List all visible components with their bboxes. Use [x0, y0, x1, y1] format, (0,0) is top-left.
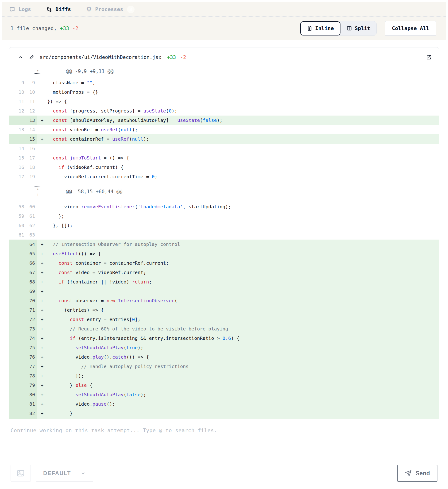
line-number-gutter: 6062 [9, 221, 37, 230]
code-token: 0 [152, 174, 155, 179]
diff-line: 65+ useEffect(() => { [9, 249, 439, 258]
diff-marker: + [37, 343, 47, 352]
code-line: // Intersection Observer for autoplay co… [47, 240, 439, 249]
code-token: IntersectionObserver [118, 298, 175, 303]
code-line: useEffect(() => { [47, 249, 439, 258]
code-token: videoRef.current.currentTime = [47, 174, 152, 179]
new-line-number: 82 [24, 409, 35, 418]
old-line-number [9, 268, 24, 277]
diff-line: 1416 [9, 144, 439, 153]
code-line: const entry = entries[0]; [47, 315, 439, 324]
code-token [47, 117, 53, 123]
code-line: const containerRef = useRef(null); [47, 134, 439, 144]
line-number-gutter: 75 [9, 343, 37, 352]
model-selector-label: DEFAULT [43, 470, 71, 477]
diff-line: 1618 if (videoRef.current) { [9, 163, 439, 172]
collapse-file-button[interactable] [18, 55, 23, 60]
code-line: const [shouldAutoPlay, setShouldAutoPlay… [47, 115, 439, 125]
code-token: (entry.isIntersecting && entry.intersect… [75, 335, 222, 341]
diff-line: 13+ const [shouldAutoPlay, setShouldAuto… [9, 115, 439, 125]
expand-up-button[interactable]: ↑ [34, 69, 41, 74]
new-line-number: 72 [24, 315, 35, 324]
code-token: const [58, 260, 72, 266]
diff-marker: + [37, 324, 47, 334]
new-line-number: 18 [24, 163, 35, 172]
new-line-number: 80 [24, 390, 35, 399]
tab-processes[interactable]: ⚙ Processes 3 [86, 6, 134, 13]
image-icon [16, 469, 25, 478]
code-line: } [47, 409, 439, 418]
line-number-gutter: 6163 [9, 230, 37, 240]
line-number-gutter: 81 [9, 399, 37, 409]
code-line: const video = videoRef.current; [47, 268, 439, 277]
code-token [47, 108, 53, 114]
diff-line: 5860 video.removeEventListener('loadedme… [9, 202, 439, 211]
expand-down-button[interactable]: ↓ [34, 186, 41, 191]
code-token: video = videoRef.current; [72, 270, 146, 275]
new-line-number: 69 [24, 286, 35, 296]
diff-line: 80+ setShouldAutoPlay(false); [9, 390, 439, 399]
diff-line: 69+ [9, 286, 439, 296]
code-token: pause [93, 401, 107, 407]
old-line-number: 16 [9, 163, 24, 172]
code-token: const [53, 108, 67, 114]
new-line-number: 68 [24, 277, 35, 286]
tab-logs[interactable]: Logs [9, 6, 31, 12]
old-line-number: 58 [9, 202, 24, 211]
open-external-button[interactable] [426, 55, 432, 60]
diff-line: 1111}) => { [9, 97, 439, 106]
code-token [47, 164, 58, 170]
old-line-number [9, 409, 24, 418]
line-number-gutter: 15 [9, 134, 37, 144]
model-selector[interactable]: DEFAULT [36, 465, 93, 482]
code-token: = () => { [101, 155, 129, 161]
old-line-number [9, 390, 24, 399]
collapse-all-button[interactable]: Collapse All [385, 21, 436, 36]
line-number-gutter: 70 [9, 296, 37, 305]
code-token: // Require 60% of the video to be visibl… [47, 326, 228, 332]
line-number-gutter: 82 [9, 409, 37, 418]
code-line [47, 286, 439, 296]
code-token [47, 279, 58, 285]
message-input[interactable] [2, 419, 446, 459]
code-token: [progress, setProgress] = [67, 108, 143, 114]
diff-marker: + [37, 315, 47, 324]
code-token: const [58, 298, 72, 303]
code-token: observer = [72, 298, 107, 303]
line-number-gutter: 1719 [9, 172, 37, 181]
chevron-up-icon [18, 55, 23, 60]
diff-marker: + [37, 409, 47, 418]
code-token [47, 260, 58, 266]
diff-region[interactable]: src/components/ui/VideoWithDecoration.js… [2, 40, 446, 419]
line-number-gutter: 77 [9, 362, 37, 371]
arrow-down-icon: ↓ [37, 187, 39, 191]
attach-image-button[interactable] [11, 465, 31, 482]
new-line-number: 77 [24, 362, 35, 371]
diff-marker [37, 125, 47, 134]
new-line-number: 73 [24, 324, 35, 334]
composer-panel: DEFAULT Send [2, 419, 446, 487]
diff-line: 1517 const jumpToStart = () => { [9, 153, 439, 163]
code-token: null [132, 136, 143, 142]
tab-logs-label: Logs [19, 6, 31, 12]
split-view-label: Split [355, 25, 370, 31]
code-line: const container = containerRef.current; [47, 258, 439, 268]
code-token [47, 392, 75, 397]
inline-view-button[interactable]: Inline [300, 21, 340, 35]
code-token: "" [87, 80, 93, 85]
line-number-gutter: 66 [9, 258, 37, 268]
line-number-gutter: 99 [9, 78, 37, 87]
diff-marker: + [37, 381, 47, 390]
code-token: setShouldAutoPlay [75, 392, 123, 397]
line-number-gutter: 73 [9, 324, 37, 334]
new-line-number: 19 [24, 172, 35, 181]
code-line [47, 144, 439, 153]
code-token: false [126, 392, 140, 397]
diff-line: 5961 }; [9, 211, 439, 221]
expand-up-button[interactable]: ↑ [34, 193, 41, 197]
diff-marker: + [37, 286, 47, 296]
tab-diffs[interactable]: Diffs [46, 6, 71, 12]
split-view-button[interactable]: Split [340, 21, 376, 35]
send-button[interactable]: Send [397, 465, 437, 482]
code-token: ); [172, 108, 177, 114]
